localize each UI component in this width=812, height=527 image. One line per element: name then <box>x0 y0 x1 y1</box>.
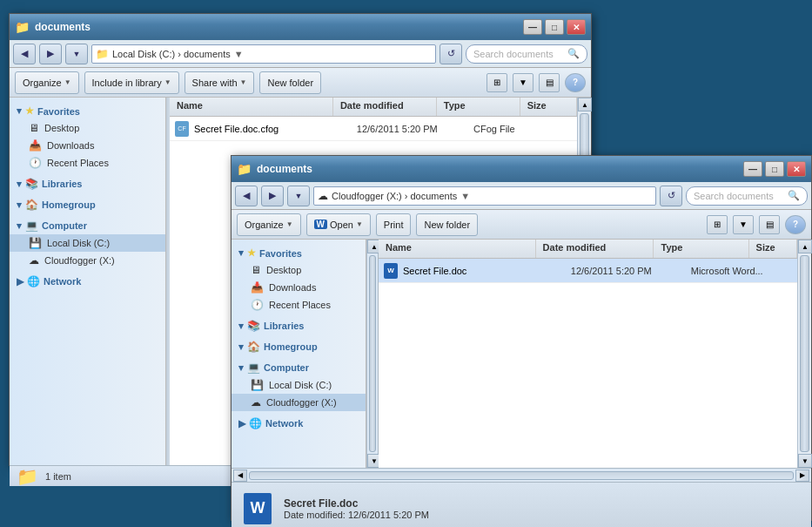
view-toggle-button-2[interactable]: ▼ <box>733 215 754 234</box>
help-button-2[interactable]: ? <box>785 215 806 234</box>
close-button-1[interactable]: ✕ <box>567 19 586 35</box>
print-button-2[interactable]: Print <box>376 213 412 236</box>
help-button-1[interactable]: ? <box>565 73 586 92</box>
minimize-button-2[interactable]: — <box>743 161 762 177</box>
col-header-type-2[interactable]: Type <box>654 240 748 258</box>
local-disk-label-2: Local Disk (C:) <box>269 380 332 390</box>
sidebar-item-cloudfogger-2[interactable]: ☁ Cloudfogger (X:) <box>232 394 366 411</box>
back-button-1[interactable]: ◀ <box>13 44 36 64</box>
item-count-icon-1: 📁 <box>17 466 38 487</box>
view-toggle-button-1[interactable]: ▼ <box>513 73 534 92</box>
col-header-size-2[interactable]: Size <box>749 240 797 258</box>
address-bar-1: ◀ ▶ ▼ 📁 Local Disk (C:) › documents ▼ ↺ … <box>10 40 591 68</box>
computer-label-2: Computer <box>264 362 309 373</box>
refresh-button-1[interactable]: ↺ <box>440 44 462 64</box>
search-field-2[interactable]: Search documents 🔍 <box>686 186 808 206</box>
scrollbar-h-2[interactable]: ◀ ▶ <box>232 468 811 482</box>
new-folder-button-1[interactable]: New folder <box>259 71 321 94</box>
share-with-button-1[interactable]: Share with ▼ <box>185 71 255 94</box>
preview-meta-2: Date modified: 12/6/2011 5:20 PM <box>284 510 429 520</box>
sidebar-item-desktop-2[interactable]: 🖥 Desktop <box>232 261 366 279</box>
organize-button-2[interactable]: Organize ▼ <box>237 213 301 236</box>
new-folder-button-2[interactable]: New folder <box>416 213 478 236</box>
sidebar-item-desktop-1[interactable]: 🖥 Desktop <box>10 119 165 137</box>
view-options-button-1[interactable]: ⊞ <box>487 73 507 92</box>
sidebar-item-local-disk-1[interactable]: 💾 Local Disk (C:) <box>10 234 165 252</box>
search-field-1[interactable]: Search documents 🔍 <box>466 44 587 64</box>
computer-label-1: Computer <box>42 220 87 231</box>
view-options-button-2[interactable]: ⊞ <box>707 215 728 234</box>
network-arrow-icon-2: ▶ <box>238 418 245 429</box>
col-header-date-1[interactable]: Date modified <box>333 98 437 116</box>
favorites-header-1[interactable]: ▾ ★ Favorites <box>10 103 165 119</box>
maximize-button-2[interactable]: □ <box>765 161 784 177</box>
file-date-1: 12/6/2011 5:20 PM <box>357 124 473 134</box>
libraries-folder-icon-2: 📚 <box>247 320 260 332</box>
up-button-1[interactable]: ▼ <box>65 44 88 64</box>
file-list-header-2: Name Date modified Type Size <box>379 240 797 259</box>
col-header-date-2[interactable]: Date modified <box>536 240 654 258</box>
libraries-header-2[interactable]: ▾ 📚 Libraries <box>232 317 366 334</box>
sidebar-item-recent-2[interactable]: 🕐 Recent Places <box>232 296 366 314</box>
forward-button-1[interactable]: ▶ <box>39 44 62 64</box>
network-header-1[interactable]: ▶ 🌐 Network <box>10 273 165 290</box>
recent-label-2: Recent Places <box>269 300 331 310</box>
local-disk-icon-1: 💾 <box>29 237 42 249</box>
network-icon-1: 🌐 <box>27 275 40 287</box>
open-button-2[interactable]: W Open ▼ <box>306 213 371 236</box>
col-header-size-1[interactable]: Size <box>520 98 577 116</box>
scrollbar-v-2[interactable]: ▲ ▼ <box>797 240 811 468</box>
sidebar-item-recent-1[interactable]: 🕐 Recent Places <box>10 154 165 172</box>
homegroup-header-1[interactable]: ▾ 🏠 Homegroup <box>10 196 165 213</box>
address-field-1[interactable]: 📁 Local Disk (C:) › documents ▼ <box>91 44 436 64</box>
folder-icon-title-2: 📁 <box>237 162 252 176</box>
homegroup-header-2[interactable]: ▾ 🏠 Homegroup <box>232 338 366 355</box>
computer-section-1: ▾ 💻 Computer 💾 Local Disk (C:) ☁ Cloudfo… <box>10 217 165 269</box>
sidebar-item-downloads-1[interactable]: 📥 Downloads <box>10 137 165 154</box>
toolbar-2: Organize ▼ W Open ▼ Print New folder ⊞ ▼… <box>232 210 811 240</box>
preview-pane-button-2[interactable]: ▤ <box>759 215 780 234</box>
file-name-2: Secret File.doc <box>403 266 466 276</box>
scroll-up-2[interactable]: ▲ <box>798 240 812 253</box>
open-arrow-2: ▼ <box>356 220 363 228</box>
scroll-down-2[interactable]: ▼ <box>798 454 812 468</box>
recent-icon-1: 🕐 <box>29 157 42 169</box>
minimize-button-1[interactable]: — <box>523 19 542 35</box>
window-title-1: documents <box>35 21 91 33</box>
scroll-up-1[interactable]: ▲ <box>578 98 592 111</box>
sidebar-scroll-2[interactable]: ▲ ▼ <box>366 240 379 468</box>
col-header-name-1[interactable]: Name <box>170 98 333 116</box>
file-row-1[interactable]: CF Secret File.doc.cfog 12/6/2011 5:20 P… <box>170 117 577 141</box>
col-header-name-2[interactable]: Name <box>379 240 536 258</box>
organize-button-1[interactable]: Organize ▼ <box>15 71 79 94</box>
network-header-2[interactable]: ▶ 🌐 Network <box>232 415 366 432</box>
libraries-header-1[interactable]: ▾ 📚 Libraries <box>10 175 165 193</box>
include-library-label-1: Include in library <box>92 78 162 88</box>
forward-button-2[interactable]: ▶ <box>261 186 284 206</box>
homegroup-arrow-icon-1: ▾ <box>17 199 22 211</box>
sidebar-scroll-thumb-2[interactable] <box>369 255 376 452</box>
sidebar-item-cloudfogger-1[interactable]: ☁ Cloudfogger (X:) <box>10 252 165 269</box>
address-field-2[interactable]: ☁ Cloudfogger (X:) › documents ▼ <box>313 186 656 206</box>
scroll-thumb-2[interactable] <box>800 255 809 452</box>
scroll-right-2[interactable]: ▶ <box>795 470 809 482</box>
desktop-label-1: Desktop <box>44 123 79 133</box>
preview-pane-button-1[interactable]: ▤ <box>539 73 560 92</box>
include-library-button-1[interactable]: Include in library ▼ <box>84 71 179 94</box>
title-bar-controls-1: — □ ✕ <box>523 19 586 35</box>
maximize-button-1[interactable]: □ <box>545 19 564 35</box>
refresh-button-2[interactable]: ↺ <box>660 186 682 206</box>
back-button-2[interactable]: ◀ <box>235 186 258 206</box>
favorites-header-2[interactable]: ▾ ★ Favorites <box>232 245 366 261</box>
close-button-2[interactable]: ✕ <box>787 161 806 177</box>
sidebar-item-local-disk-2[interactable]: 💾 Local Disk (C:) <box>232 376 366 394</box>
computer-header-1[interactable]: ▾ 💻 Computer <box>10 217 165 234</box>
col-header-type-1[interactable]: Type <box>437 98 520 116</box>
file-row-2[interactable]: W Secret File.doc 12/6/2011 5:20 PM Micr… <box>379 259 797 283</box>
computer-header-2[interactable]: ▾ 💻 Computer <box>232 359 366 376</box>
down-button-2[interactable]: ▼ <box>287 186 310 206</box>
homegroup-section-2: ▾ 🏠 Homegroup <box>232 338 366 355</box>
scroll-hthumb-2[interactable] <box>249 471 794 480</box>
sidebar-item-downloads-2[interactable]: 📥 Downloads <box>232 279 366 296</box>
scroll-left-2[interactable]: ◀ <box>233 470 247 482</box>
